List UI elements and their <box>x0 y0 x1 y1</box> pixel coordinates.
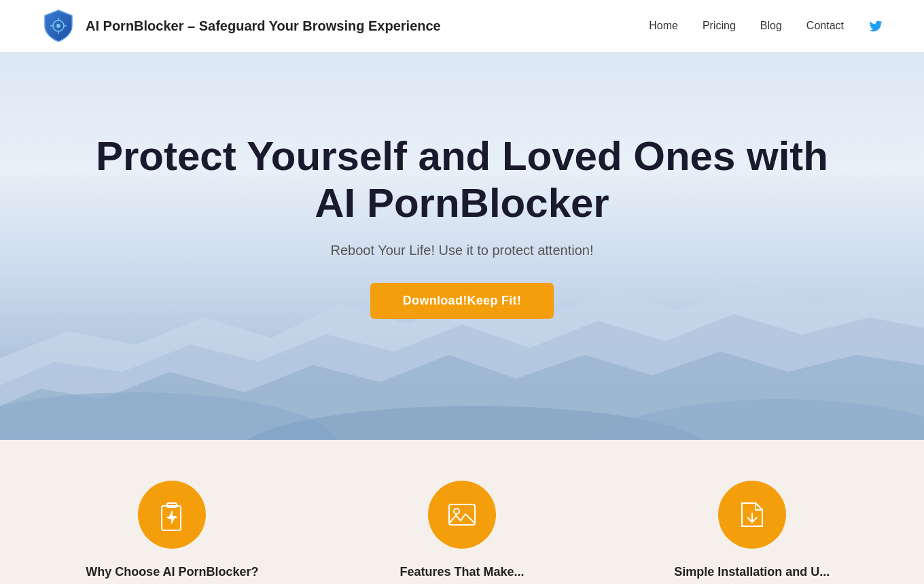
feature-item-1: Why Choose AI PornBlocker? <box>41 481 304 579</box>
site-header: AI PornBlocker – Safeguard Your Browsing… <box>0 0 924 52</box>
feature-item-2: Features That Make... <box>331 481 594 579</box>
svg-marker-16 <box>168 511 176 523</box>
cta-download-button[interactable]: Download!Keep Fit! <box>370 283 554 319</box>
logo-icon <box>41 8 76 44</box>
feature-icon-circle-1 <box>138 481 206 549</box>
nav-home[interactable]: Home <box>649 20 678 32</box>
svg-marker-7 <box>0 314 924 440</box>
feature-label-3: Simple Installation and U... <box>674 565 830 579</box>
feature-label-1: Why Choose AI PornBlocker? <box>86 565 258 579</box>
nav-pricing[interactable]: Pricing <box>703 20 736 32</box>
svg-point-11 <box>591 399 924 440</box>
hero-content: Protect Yourself and Loved Ones with AI … <box>34 133 890 319</box>
svg-rect-17 <box>449 504 475 525</box>
nav-contact[interactable]: Contact <box>806 20 844 32</box>
svg-point-10 <box>238 406 713 440</box>
svg-point-5 <box>56 24 60 28</box>
hero-section: Protect Yourself and Loved Ones with AI … <box>0 52 924 440</box>
svg-point-9 <box>0 392 340 440</box>
features-section: Why Choose AI PornBlocker? Features That… <box>0 440 924 584</box>
svg-point-18 <box>454 509 459 514</box>
svg-marker-8 <box>0 351 924 440</box>
battery-icon <box>155 498 189 532</box>
feature-label-2: Features That Make... <box>399 565 524 579</box>
feature-item-3: Simple Installation and U... <box>620 481 883 579</box>
hero-subtitle: Reboot Your Life! Use it to protect atte… <box>88 243 836 258</box>
site-title: AI PornBlocker – Safeguard Your Browsing… <box>86 18 441 34</box>
download-doc-icon <box>735 498 769 532</box>
nav-blog[interactable]: Blog <box>760 20 782 32</box>
feature-icon-circle-2 <box>428 481 496 549</box>
image-icon <box>445 498 479 532</box>
feature-icon-circle-3 <box>718 481 786 549</box>
header-left: AI PornBlocker – Safeguard Your Browsing… <box>41 8 441 44</box>
main-nav: Home Pricing Blog Contact <box>649 18 883 33</box>
hero-title: Protect Yourself and Loved Ones with AI … <box>88 133 836 226</box>
twitter-icon[interactable] <box>868 18 883 33</box>
